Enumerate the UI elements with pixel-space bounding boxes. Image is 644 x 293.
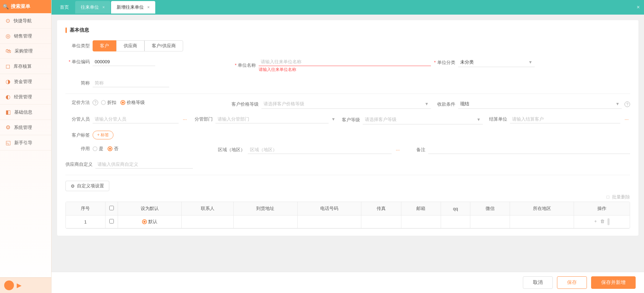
window-close-button[interactable]: × [637,4,640,10]
customer-tag-label: 客户标签 [65,132,90,138]
cell-checkbox [105,215,118,228]
short-name-input[interactable] [93,79,169,87]
disabled-no[interactable]: 否 [108,146,118,152]
pricing-radio-price-level[interactable]: 价格等级 [120,99,145,106]
price-level-radio[interactable] [120,100,125,105]
settlement-label: 结算单位 [483,116,507,122]
unit-category-select[interactable]: 未分类 ▼ [458,58,535,67]
cell-wechat [470,215,510,228]
customer-level-label: 客户等级 [336,117,360,123]
chevron-down-icon: ▼ [528,60,533,65]
delete-row-button[interactable]: 🗑 [600,219,605,224]
supplier-custom-label: 供应商自定义 [65,161,93,168]
sidebar: 🔍 搜索菜单 ⊙ 快捷导航 ◎ 销售管理 🛍 采购管理 ◻ 库存核算 ◑ 资金管… [0,0,52,293]
search-icon: 🔍 [3,4,9,9]
price-level-label: 价格等级 [127,99,145,106]
save-add-button[interactable]: 保存并新增 [591,276,636,289]
tab-counterpart-close[interactable]: × [102,5,105,10]
tab-counterpart[interactable]: 往来单位 × [75,1,110,14]
sidebar-item-system[interactable]: ⚙ 系统管理 [0,120,51,135]
no-radio[interactable] [108,146,112,151]
table-header-row: 序号 设为默认 联系人 到货地址 电话号码 传真 邮箱 qq 微信 [66,202,630,215]
default-radio[interactable] [142,219,147,224]
supervisor-input[interactable] [93,115,179,123]
unit-name-input[interactable] [259,58,431,66]
supervisor-more-btn[interactable]: ··· [181,116,188,122]
unit-code-input[interactable] [93,58,155,66]
operation-icon: ◐ [6,93,10,100]
custom-settings-button[interactable]: ⚙ 自定义项设置 [65,181,109,191]
cell-fax [361,215,401,228]
unit-btn-customer[interactable]: 客户 [93,40,116,51]
dept-field: 分管部门 ▼ [188,115,336,123]
yes-radio[interactable] [93,146,97,151]
region-label: 区域（地区） [218,147,245,153]
tab-home-label: 首页 [60,4,69,10]
tab-new-counterpart[interactable]: 新增往来单位 × [111,1,155,14]
unit-name-label: 单位名称 [231,62,256,68]
payment-condition-select[interactable]: 现结 ▼ [458,99,622,109]
payment-help-icon[interactable]: ? [625,101,630,107]
remark-label: 备注 [401,147,425,153]
remark-input[interactable] [428,146,630,154]
form-card: 基本信息 单位类型 客户 供应商 客户/供应商 单位编码 [57,20,638,236]
unit-btn-supplier[interactable]: 供应商 [116,40,144,51]
add-row-button[interactable]: + [594,219,597,224]
pricing-method-label: 定价方法 [65,99,90,106]
disabled-yes[interactable]: 是 [93,146,103,152]
base-icon: ◧ [6,109,11,115]
pricing-radio-discount[interactable]: 折扣 [101,99,116,106]
supplier-custom-input[interactable] [95,160,193,169]
supplier-custom-row: 供应商自定义 [65,160,630,169]
col-fax: 传真 [361,202,401,215]
main-area: 首页 往来单位 × 新增往来单位 × × 基本信息 单位类型 客户 [52,0,644,293]
payment-condition-label: 收款条件 [431,101,455,107]
dept-label: 分管部门 [188,116,213,122]
col-checkbox [105,202,118,215]
tab-home[interactable]: 首页 [54,1,74,14]
region-input[interactable] [248,146,391,154]
sidebar-item-guide[interactable]: ◱ 新手引导 [0,135,51,150]
pricing-row: 定价方法 ? 折扣 价格等级 客户价格等级 [65,99,630,109]
customer-price-level-select[interactable]: 请选择客户价格等级 ▼ [261,99,431,109]
cancel-button[interactable]: 取消 [523,276,553,289]
sidebar-item-purchase[interactable]: 🛍 采购管理 [0,44,51,59]
row-checkbox[interactable] [109,219,114,223]
tab-new-counterpart-close[interactable]: × [147,5,150,10]
unit-btn-both[interactable]: 客户/供应商 [144,40,183,51]
sidebar-item-sales[interactable]: ◎ 销售管理 [0,29,51,44]
region-more-btn[interactable]: ··· [394,147,401,153]
dept-input[interactable] [215,115,329,123]
add-tag-button[interactable]: + 标签 [93,131,113,139]
table-header-checkbox[interactable] [109,206,114,210]
default-radio-item[interactable]: 默认 [121,219,179,225]
search-menu-button[interactable]: 🔍 搜索菜单 [0,0,51,13]
unit-category-value: 未分类 [460,59,528,65]
col-default: 设为默认 [118,202,182,215]
search-menu-label: 搜索菜单 [11,3,30,10]
sidebar-item-finance[interactable]: ◑ 资金管理 [0,74,51,89]
sidebar-item-operation[interactable]: ◐ 经营管理 [0,89,51,105]
unit-type-label: 单位类型 [65,43,90,49]
disabled-region-remark-row: 停用 是 否 区域（地区） ··· [65,146,630,154]
cell-phone [297,215,361,228]
batch-delete-label: 批量删除 [612,194,630,200]
short-name-field: 简称 [65,79,630,87]
drag-handle[interactable] [607,218,610,225]
sidebar-item-base[interactable]: ◧ 基础信息 [0,105,51,120]
save-button[interactable]: 保存 [557,276,587,289]
discount-radio[interactable] [101,100,106,105]
settlement-input[interactable] [510,115,620,123]
unit-type-field: 单位类型 客户 供应商 客户/供应商 [65,40,630,51]
customer-level-select[interactable]: 请选择客户等级 ▼ [363,115,483,124]
sidebar-item-quick-nav[interactable]: ⊙ 快捷导航 [0,13,51,29]
payment-condition-field: 收款条件 现结 ▼ ? [431,99,630,109]
disabled-field: 停用 是 否 [65,146,218,152]
pricing-help-icon[interactable]: ? [93,100,98,105]
no-label: 否 [114,146,118,152]
supplier-custom-field: 供应商自定义 [65,160,630,169]
sidebar-item-label: 新手引导 [14,140,32,146]
settlement-more-btn[interactable]: ··· [623,116,630,122]
section-title-text: 基本信息 [70,27,89,33]
sidebar-item-stock[interactable]: ◻ 库存核算 [0,59,51,74]
